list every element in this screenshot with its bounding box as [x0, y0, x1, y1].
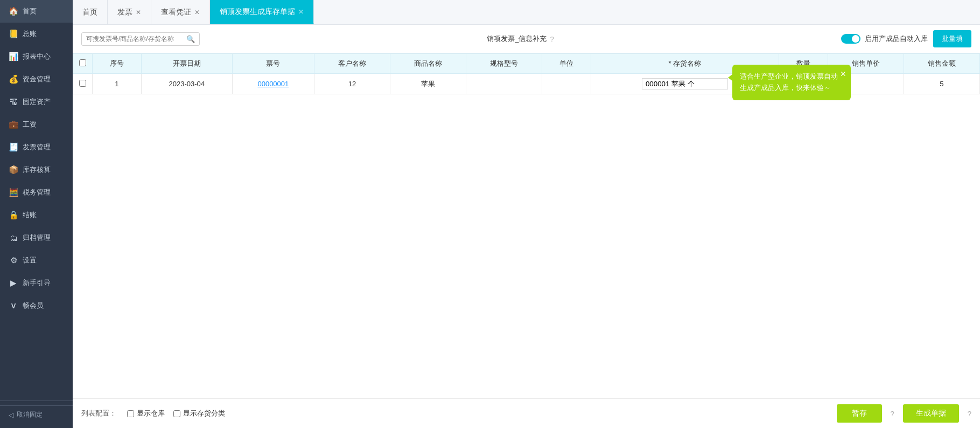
show-inventory-category-input[interactable] — [173, 410, 180, 417]
tooltip-close-button[interactable]: ✕ — [840, 68, 846, 80]
footer-row: 列表配置： 显示仓库 显示存货分类 暂存 ? 生成单据 ? — [73, 398, 980, 428]
info-help-icon[interactable]: ? — [550, 35, 554, 43]
footer-btns: 暂存 ? 生成单据 ? — [837, 404, 971, 423]
row-spec-model — [466, 74, 542, 94]
save-help-icon[interactable]: ? — [891, 410, 894, 418]
select-all-checkbox[interactable] — [79, 59, 86, 66]
row-product-name: 苹果 — [390, 74, 466, 94]
home-icon: 🏠 — [9, 6, 18, 16]
wages-icon: 💼 — [9, 120, 18, 129]
th-spec-model: 规格型号 — [466, 54, 542, 74]
row-customer-name: 12 — [314, 74, 390, 94]
tab-home[interactable]: 首页 — [73, 0, 108, 24]
inventory-name-input[interactable] — [642, 78, 728, 89]
fund-icon: 💰 — [9, 74, 18, 84]
th-sales-amount: 销售金额 — [904, 54, 979, 74]
auto-warehouse-toggle[interactable] — [841, 34, 860, 44]
th-checkbox — [73, 54, 93, 74]
row-checkbox[interactable] — [79, 80, 86, 87]
archive-icon: 🗂 — [9, 233, 18, 243]
toggle-label: 启用产成品自动入库 — [865, 34, 928, 44]
table-container: 序号 开票日期 票号 客户名称 商品名称 规格型号 单位 * 存货名称 数量 销… — [73, 53, 980, 398]
ledger-icon: 📒 — [9, 29, 18, 39]
unfix-button[interactable]: ◁ 取消固定 — [0, 405, 73, 424]
row-unit — [542, 74, 591, 94]
generate-button[interactable]: 生成单据 — [903, 404, 959, 423]
tab-view-voucher-close[interactable]: ✕ — [194, 9, 200, 16]
reports-icon: 📊 — [9, 52, 18, 61]
th-open-date: 开票日期 — [141, 54, 232, 74]
sidebar-item-inventory[interactable]: 📦 库存核算 — [0, 158, 73, 181]
invoice-icon: 🧾 — [9, 142, 18, 152]
guide-icon: ▶ — [9, 278, 18, 288]
sidebar-item-invoice-management[interactable]: 🧾 发票管理 — [0, 136, 73, 158]
search-box[interactable]: 🔍 — [81, 32, 200, 46]
batch-fill-button[interactable]: 批量填 — [933, 30, 971, 47]
tooltip-popup: ✕ 适合生产型企业，销顶发票自动生成产成品入库，快来体验～ — [732, 65, 851, 100]
sidebar-item-reports[interactable]: 📊 报表中心 — [0, 45, 73, 68]
th-seq: 序号 — [93, 54, 142, 74]
sidebar-item-general-ledger[interactable]: 📒 总账 — [0, 23, 73, 45]
sidebar-item-archive[interactable]: 🗂 归档管理 — [0, 226, 73, 249]
info-section: 销项发票_信息补充 ? — [487, 34, 554, 44]
footer-checkbox-group: 显示仓库 显示存货分类 — [127, 409, 225, 418]
sidebar-bottom: ◁ 取消固定 — [0, 401, 73, 428]
sidebar-item-fixed-assets[interactable]: 🏗 固定资产 — [0, 91, 73, 113]
sidebar-item-wages[interactable]: 💼 工资 — [0, 113, 73, 136]
tab-invoice[interactable]: 发票 ✕ — [108, 0, 151, 24]
toolbar-row: 🔍 销项发票_信息补充 ? 启用产成品自动入库 批量填 — [73, 25, 980, 53]
inventory-icon: 📦 — [9, 165, 18, 175]
assets-icon: 🏗 — [9, 98, 18, 107]
tab-cancel-invoice[interactable]: 销顶发票生成库存单据 ✕ — [210, 0, 314, 24]
info-label: 销项发票_信息补充 — [487, 34, 547, 44]
generate-help-icon[interactable]: ? — [968, 410, 971, 418]
show-inventory-category-checkbox[interactable]: 显示存货分类 — [173, 409, 225, 418]
tab-cancel-invoice-close[interactable]: ✕ — [298, 8, 304, 16]
sidebar-item-tax[interactable]: 🧮 税务管理 — [0, 181, 73, 204]
search-input[interactable] — [86, 35, 183, 43]
save-button[interactable]: 暂存 — [837, 404, 882, 423]
th-unit: 单位 — [542, 54, 591, 74]
th-ticket-no: 票号 — [232, 54, 314, 74]
sidebar-item-vip[interactable]: V 畅会员 — [0, 294, 73, 317]
sidebar-item-closing[interactable]: 🔒 结账 — [0, 204, 73, 226]
show-warehouse-input[interactable] — [127, 410, 134, 417]
tax-icon: 🧮 — [9, 188, 18, 197]
settings-icon: ⚙ — [9, 256, 18, 265]
sidebar-item-settings[interactable]: ⚙ 设置 — [0, 249, 73, 272]
tab-invoice-close[interactable]: ✕ — [136, 9, 141, 16]
sidebar-item-fund[interactable]: 💰 资金管理 — [0, 68, 73, 91]
tab-view-voucher[interactable]: 查看凭证 ✕ — [151, 0, 210, 24]
row-seq: 1 — [93, 74, 142, 94]
config-label: 列表配置： — [81, 409, 116, 418]
unfix-icon: ◁ — [9, 411, 13, 419]
row-open-date: 2023-03-04 — [141, 74, 232, 94]
sidebar-item-new-user-guide[interactable]: ▶ 新手引导 — [0, 272, 73, 294]
vip-icon: V — [9, 302, 18, 310]
sidebar: 🏠 首页 📒 总账 📊 报表中心 💰 资金管理 🏗 固定资产 💼 工资 🧾 发票… — [0, 0, 73, 428]
th-customer-name: 客户名称 — [314, 54, 390, 74]
toggle-section: 启用产成品自动入库 — [841, 34, 928, 44]
row-ticket-no[interactable]: 00000001 — [232, 74, 314, 94]
closing-icon: 🔒 — [9, 210, 18, 220]
row-checkbox-cell — [73, 74, 93, 94]
row-sales-amount: 5 — [904, 74, 979, 94]
search-icon[interactable]: 🔍 — [186, 35, 195, 43]
tooltip-text: 适合生产型企业，销顶发票自动生成产成品入库，快来体验～ — [740, 72, 838, 92]
th-product-name: 商品名称 — [390, 54, 466, 74]
tab-bar: 首页 发票 ✕ 查看凭证 ✕ 销顶发票生成库存单据 ✕ — [73, 0, 980, 25]
show-warehouse-checkbox[interactable]: 显示仓库 — [127, 409, 165, 418]
sidebar-item-home[interactable]: 🏠 首页 — [0, 0, 73, 23]
